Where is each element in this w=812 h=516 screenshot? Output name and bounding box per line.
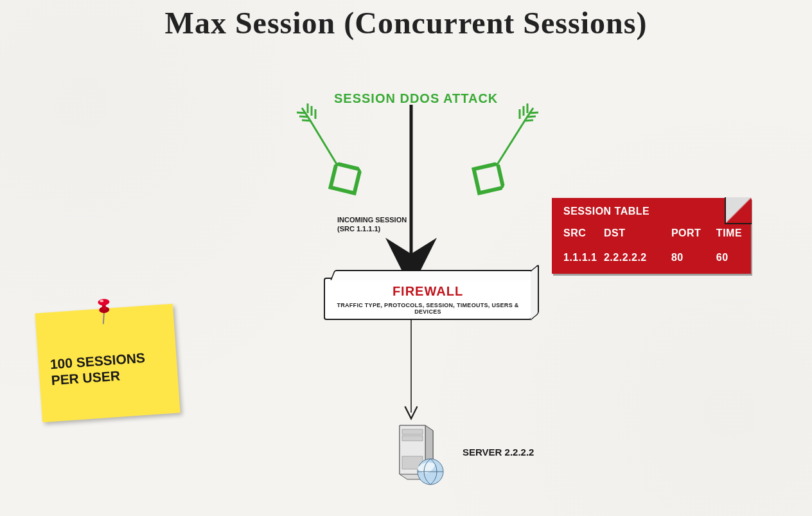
header-dst: DST [604,227,668,239]
incoming-line-2: (SRC 1.1.1.1) [337,225,407,234]
svg-line-16 [299,116,308,117]
server-icon [385,419,450,490]
server-label: SERVER 2.2.2.2 [463,447,534,458]
incoming-session-label: INCOMING SESSION (SRC 1.1.1.1) [337,216,407,234]
svg-line-25 [524,120,533,121]
svg-line-17 [302,120,311,121]
svg-line-21 [490,120,525,177]
cell-src: 1.1.1.1 [563,252,601,263]
cell-port: 80 [671,252,713,263]
attack-arrow-left [297,103,344,177]
firewall-subtitle: TRAFFIC TYPE, PROTOCOLS, SESSION, TIMEOU… [325,302,531,315]
firewall-box: FIREWALL TRAFFIC TYPE, PROTOCOLS, SESSIO… [324,278,532,320]
svg-line-24 [527,116,536,117]
session-table-header-row: SRC DST PORT TIME [563,227,742,239]
attack-label: SESSION DDOS ATTACK [334,91,498,106]
incoming-line-1: INCOMING SESSION [337,216,407,225]
svg-rect-9 [402,436,423,441]
diagram-title: Max Session (Concurrent Sessions) [0,5,812,40]
header-src: SRC [563,227,601,239]
cell-dst: 2.2.2.2.2 [604,252,668,263]
header-time: TIME [716,227,742,239]
svg-point-3 [98,299,110,306]
svg-line-15 [297,112,306,113]
header-port: PORT [671,227,713,239]
svg-line-22 [525,108,533,120]
svg-line-14 [302,108,310,120]
attack-arrow-right [490,103,538,177]
session-table-title: SESSION TABLE [563,206,649,217]
svg-line-23 [529,112,538,113]
cell-time: 60 [716,252,728,263]
session-table: SESSION TABLE SRC DST PORT TIME 1.1.1.1 … [552,198,751,274]
sticky-note: 100 SESSIONS PER USER [35,304,180,423]
sticky-note-text: 100 SESSIONS PER USER [49,348,166,389]
svg-line-13 [310,120,344,177]
pushpin-icon [92,296,117,326]
svg-rect-8 [402,429,423,434]
session-table-data-row: 1.1.1.1 2.2.2.2.2 80 60 [563,252,728,263]
firewall-title: FIREWALL [325,284,531,299]
